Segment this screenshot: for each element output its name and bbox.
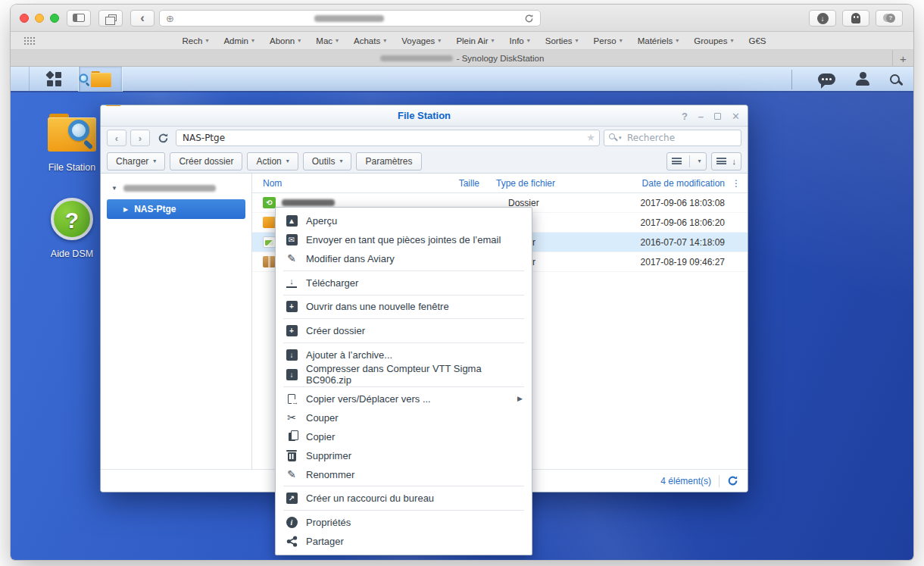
downloads-button[interactable]: ↓ bbox=[809, 10, 836, 27]
new-folder-icon: + bbox=[286, 325, 298, 336]
zoom-window-button[interactable] bbox=[50, 14, 59, 23]
recycle-folder-icon bbox=[263, 197, 276, 208]
menu-item-couper[interactable]: ✂Couper bbox=[276, 408, 532, 427]
bookmark-ges[interactable]: G€S bbox=[748, 36, 766, 45]
menu-item-proprietes[interactable]: iPropriétés bbox=[276, 513, 532, 532]
column-header-taille[interactable]: Taille bbox=[434, 178, 479, 189]
menu-item-partager[interactable]: Partager bbox=[276, 532, 532, 551]
sort-button[interactable]: ↓ bbox=[711, 152, 742, 170]
chevron-down-icon: ▾ bbox=[527, 37, 530, 44]
forward-button[interactable]: › bbox=[130, 130, 150, 146]
chevron-down-icon: ▾ bbox=[676, 37, 679, 44]
taskbar-right-icons bbox=[818, 67, 900, 91]
close-button[interactable]: ✕ bbox=[732, 111, 740, 122]
column-header-type[interactable]: Type de fichier bbox=[479, 178, 598, 189]
extension-button[interactable] bbox=[876, 10, 903, 27]
action-button[interactable]: Action▾ bbox=[247, 152, 298, 170]
maximize-button[interactable] bbox=[714, 113, 721, 120]
column-options-icon[interactable]: ⋮ bbox=[725, 178, 748, 189]
bookmark-folder-info[interactable]: Info▾ bbox=[510, 36, 530, 45]
back-chevron-icon: ‹ bbox=[137, 11, 148, 24]
menu-item-copier[interactable]: Copier bbox=[276, 427, 532, 446]
menu-item-raccourci-bureau[interactable]: ↗Créer un raccourci du bureau bbox=[276, 489, 532, 508]
column-header-date[interactable]: Date de modification bbox=[598, 178, 725, 189]
bookmark-folder-achats[interactable]: Achats▾ bbox=[354, 36, 386, 45]
folder-icon bbox=[263, 217, 276, 228]
bookmark-folder-groupes[interactable]: Groupes▾ bbox=[694, 36, 733, 45]
active-tab[interactable]: - Synology DiskStation bbox=[380, 54, 545, 63]
ghost-icon bbox=[851, 13, 860, 23]
bookmark-folder-plein-air[interactable]: Plein Air▾ bbox=[456, 36, 494, 45]
sidebar-toggle-button[interactable] bbox=[67, 10, 91, 27]
outils-button[interactable]: Outils▾ bbox=[303, 152, 352, 170]
modified-date: 2017-09-06 18:06:20 bbox=[598, 217, 725, 228]
reload-icon[interactable] bbox=[524, 14, 534, 23]
minimize-button[interactable]: – bbox=[698, 111, 704, 122]
menu-item-copier-deplacer-vers[interactable]: →Copier vers/Déplacer vers ...▶ bbox=[276, 389, 532, 408]
path-field[interactable]: ★ bbox=[176, 130, 600, 146]
chevron-down-icon: ▾ bbox=[251, 37, 254, 44]
favorite-star-icon[interactable]: ★ bbox=[586, 132, 595, 143]
new-tab-button[interactable]: + bbox=[892, 50, 913, 67]
menu-item-ouvrir-nouvelle-fenetre[interactable]: +Ouvrir dans une nouvelle fenêtre bbox=[276, 297, 532, 316]
ghostery-extension-button[interactable] bbox=[842, 10, 869, 27]
address-bar[interactable]: ⊕ bbox=[159, 10, 541, 27]
menu-item-renommer[interactable]: ✎Renommer bbox=[276, 465, 532, 484]
file-station-icon bbox=[106, 105, 120, 108]
bookmark-folder-mac[interactable]: Mac▾ bbox=[316, 36, 339, 45]
tree-expanded-icon: ▼ bbox=[111, 185, 117, 192]
close-window-button[interactable] bbox=[20, 14, 29, 23]
bookmark-folder-rech[interactable]: Rech▾ bbox=[183, 36, 209, 45]
notifications-icon[interactable] bbox=[818, 73, 835, 85]
copy-icon bbox=[289, 433, 295, 441]
bookmark-folder-admin[interactable]: Admin▾ bbox=[223, 36, 254, 45]
tree-root-item[interactable]: ▼ bbox=[101, 180, 251, 196]
bookmark-folder-materiels[interactable]: Matériels▾ bbox=[638, 36, 679, 45]
bookmark-folder-voyages[interactable]: Voyages▾ bbox=[401, 36, 441, 45]
search-input[interactable] bbox=[604, 130, 741, 146]
column-header-nom[interactable]: Nom bbox=[252, 178, 434, 189]
user-options-icon[interactable] bbox=[855, 72, 870, 86]
tab-overview-button[interactable] bbox=[98, 10, 123, 27]
bookmarks-grid-icon[interactable] bbox=[24, 37, 35, 45]
search-icon[interactable] bbox=[890, 74, 900, 84]
folder-tree: ▼ ▶ NAS-Ptge bbox=[101, 174, 252, 469]
menu-item-envoyer-email[interactable]: ✉Envoyer en tant que pièces jointes de l… bbox=[276, 230, 532, 249]
taskbar-file-station-button[interactable] bbox=[79, 67, 123, 92]
path-input[interactable] bbox=[176, 130, 600, 146]
redacted-file-name bbox=[282, 199, 335, 206]
menu-item-compresser-zip[interactable]: ↓Compresser dans Compteur VTT Sigma BC90… bbox=[276, 364, 532, 384]
refresh-list-icon[interactable] bbox=[727, 475, 738, 486]
creer-dossier-button[interactable]: Créer dossier bbox=[170, 152, 242, 170]
parametres-button[interactable]: Paramètres bbox=[356, 152, 421, 170]
menu-item-supprimer[interactable]: Supprimer bbox=[276, 446, 532, 465]
menu-item-apercu[interactable]: ▲Aperçu bbox=[276, 211, 532, 230]
chevron-down-icon: ▾ bbox=[153, 158, 156, 164]
main-menu-button[interactable] bbox=[29, 67, 79, 92]
info-icon: i bbox=[286, 517, 298, 528]
menu-item-creer-dossier[interactable]: +Créer dossier bbox=[276, 321, 532, 340]
browser-back-button[interactable]: ‹ bbox=[130, 10, 155, 27]
window-buttons: ? – ✕ bbox=[682, 105, 740, 127]
tree-item-nas-ptge[interactable]: ▶ NAS-Ptge bbox=[107, 199, 245, 219]
view-mode-button[interactable]: ▾ bbox=[666, 152, 706, 170]
menu-item-telecharger[interactable]: ↓Télécharger bbox=[276, 274, 532, 292]
bookmark-items: Rech▾ Admin▾ Abonn▾ Mac▾ Achats▾ Voyages… bbox=[183, 36, 766, 45]
help-button[interactable]: ? bbox=[682, 111, 688, 122]
charger-button[interactable]: Charger▾ bbox=[107, 152, 165, 170]
menu-item-modifier-aviary[interactable]: ✎Modifier dans Aviary bbox=[276, 249, 532, 268]
list-view-icon bbox=[672, 158, 682, 164]
chevron-down-icon: ▾ bbox=[492, 37, 495, 44]
minimize-window-button[interactable] bbox=[35, 14, 44, 23]
dsm-desktop: File Station ? Aide DSM File Station ? –… bbox=[11, 67, 913, 560]
bookmark-folder-perso[interactable]: Perso▾ bbox=[594, 36, 623, 45]
refresh-button[interactable] bbox=[154, 130, 172, 146]
chevron-down-icon: ▾ bbox=[698, 158, 701, 164]
sort-lines-icon bbox=[716, 158, 726, 164]
back-button[interactable]: ‹ bbox=[107, 130, 126, 146]
menu-item-ajouter-archive[interactable]: ↓Ajouter à l’archive... bbox=[276, 346, 532, 364]
bookmark-folder-abonn[interactable]: Abonn▾ bbox=[270, 36, 301, 45]
bookmark-folder-sorties[interactable]: Sorties▾ bbox=[545, 36, 579, 45]
window-title: File Station bbox=[101, 110, 748, 121]
search-field[interactable]: ▾ bbox=[604, 130, 741, 146]
